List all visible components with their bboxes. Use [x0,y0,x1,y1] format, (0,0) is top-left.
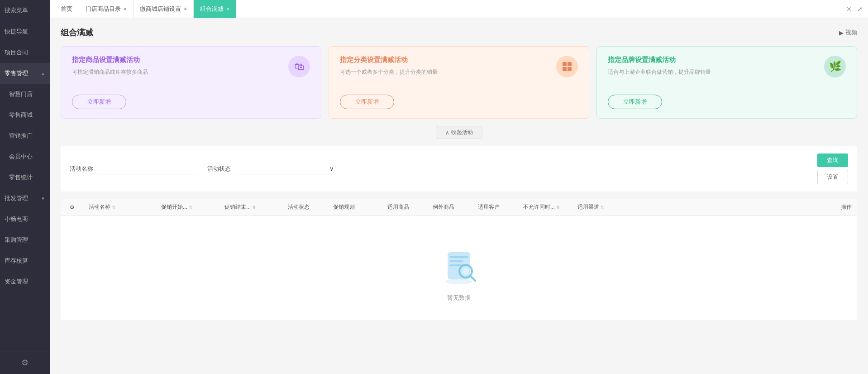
empty-state: 暂无数据 [61,216,857,320]
th-op: 操作 [626,203,857,211]
svg-point-4 [445,279,472,284]
chevron-down-icon: ▼ [41,196,45,201]
card-category-desc: 可选一个或者多个分类，提升分类的销量 [340,68,578,87]
activity-card-brand: 指定品牌设置满减活动 🌿 适合与上游企业联合做营销，提升品牌销量 立即新增 [596,46,857,119]
setting-button[interactable]: 设置 [817,170,848,184]
th-conflict[interactable]: 不允许同时... ⇅ [518,203,572,211]
sort-icon-conflict: ⇅ [556,205,560,210]
table-header: ⚙ 活动名称 ⇅ 促销开始... ⇅ 促销结束... ⇅ 活动状态 [61,199,857,216]
collapse-bar: ∧ 收起活动 [61,126,857,139]
card-brand-title: 指定品牌设置满减活动 [608,56,846,64]
svg-point-11 [462,268,469,275]
chevron-down-icon: ∨ [329,165,334,172]
svg-rect-3 [568,67,572,71]
sidebar-item-purchase-mgmt[interactable]: 采购管理 [0,230,50,250]
sort-icon-channel: ⇅ [601,205,604,210]
sidebar-item-wholesale-mgmt[interactable]: 批发管理 ▼ [0,188,50,209]
card-category-title: 指定分类设置满减活动 [340,56,578,64]
tab-store-catalog[interactable]: 门店商品目录 × [79,0,134,18]
activity-cards: 指定商品设置满减活动 🛍 可指定滞销商品或库存较多商品 立即新增 指定分类设置满… [61,46,857,119]
empty-text: 暂无数据 [447,294,471,302]
play-icon: ▶ [839,29,844,36]
sort-icon-end: ⇅ [252,205,256,210]
sidebar-bottom: ⚙ [0,351,50,374]
card-category-icon [556,56,578,77]
card-goods-icon: 🛍 [288,56,310,77]
tab-home[interactable]: 首页 [54,0,79,18]
activity-card-goods: 指定商品设置满减活动 🛍 可指定滞销商品或库存较多商品 立即新增 [61,46,321,119]
tab-wechat-store[interactable]: 微商城店铺设置 × [134,0,194,18]
svg-rect-2 [563,67,567,71]
sidebar: 搜索菜单 快捷导航 项目合同 零售管理 ▲ 智慧门店 零售商城 营销推广 会员中… [0,0,50,374]
tab-close-wechat-store[interactable]: × [184,6,187,12]
window-controls: ✕ ⤢ [845,5,863,13]
th-gear[interactable]: ⚙ [61,204,83,211]
filter-status-label: 活动状态 [207,165,231,173]
svg-rect-1 [568,62,572,66]
sidebar-item-xiaochang[interactable]: 小畅电商 [0,209,50,230]
th-status: 活动状态 [282,203,328,211]
filter-name-input[interactable] [97,163,196,174]
filter-actions: 查询 设置 [817,153,848,184]
maximize-button[interactable]: ⤢ [856,5,863,13]
settings-icon[interactable]: ⚙ [21,358,29,368]
th-goods: 适用商品 [382,203,427,211]
sidebar-item-inventory[interactable]: 库存核算 [0,250,50,271]
chevron-up-icon: ▲ [41,71,45,76]
card-brand-icon: 🌿 [824,56,846,77]
sidebar-item-member-center[interactable]: 会员中心 [0,146,50,167]
gear-icon: ⚙ [70,204,75,211]
th-start[interactable]: 促销开始... ⇅ [156,203,219,211]
th-end[interactable]: 促销结束... ⇅ [219,203,282,211]
sidebar-item-marketing[interactable]: 营销推广 [0,125,50,146]
card-brand-add-button[interactable]: 立即新增 [608,95,662,109]
filter-name-field: 活动名称 [70,163,196,174]
search-menu-label: 搜索菜单 [5,7,28,14]
activity-card-category: 指定分类设置满减活动 可选一个或者多个分类，提升分类的销量 立即新增 [329,46,589,119]
svg-rect-6 [450,256,468,258]
th-channel[interactable]: 适用渠道 ⇅ [572,203,626,211]
collapse-button[interactable]: ∧ 收起活动 [436,126,482,139]
th-except: 例外商品 [427,203,472,211]
close-button[interactable]: ✕ [845,5,853,13]
sort-icon-start: ⇅ [189,205,192,210]
card-category-add-button[interactable]: 立即新增 [340,95,394,109]
card-brand-desc: 适合与上游企业联合做营销，提升品牌销量 [608,68,846,87]
sort-icon-name: ⇅ [112,205,115,210]
tab-combo-discount[interactable]: 组合满减 × [194,0,236,18]
svg-line-10 [470,276,475,281]
svg-rect-7 [450,260,463,262]
page-content: 组合满减 ▶ 视频 指定商品设置满减活动 🛍 可指定滞销商品或库存较多商品 立即… [50,18,868,374]
tab-close-combo-discount[interactable]: × [226,6,229,12]
tab-bar: 首页 门店商品目录 × 微商城店铺设置 × 组合满减 × ✕ ⤢ [50,0,868,18]
table-area: ⚙ 活动名称 ⇅ 促销开始... ⇅ 促销结束... ⇅ 活动状态 [61,199,857,320]
th-rule: 促销规则 [328,203,382,211]
card-goods-add-button[interactable]: 立即新增 [72,95,126,109]
empty-illustration [436,243,482,288]
sidebar-item-retail-mall[interactable]: 零售商城 [0,105,50,125]
th-customer: 适用客户 [472,203,518,211]
filter-name-label: 活动名称 [70,165,93,173]
sidebar-item-retail-stats[interactable]: 零售统计 [0,167,50,188]
filter-status-select[interactable]: ∨ [234,163,334,174]
sidebar-item-finance[interactable]: 资金管理 [0,271,50,292]
filter-status-field: 活动状态 ∨ [207,163,334,174]
sidebar-item-retail-mgmt[interactable]: 零售管理 ▲ [0,63,50,84]
card-goods-title: 指定商品设置满减活动 [72,56,310,64]
page-title: 组合满减 [61,27,93,38]
chevron-up-icon: ∧ [445,129,449,136]
sidebar-search[interactable]: 搜索菜单 [0,0,50,21]
sidebar-item-smart-store[interactable]: 智慧门店 [0,84,50,105]
svg-rect-0 [563,62,567,66]
page-header: 组合满减 ▶ 视频 [61,27,857,38]
sidebar-item-quick-nav[interactable]: 快捷导航 [0,21,50,42]
th-name[interactable]: 活动名称 ⇅ [83,203,156,211]
main-area: 首页 门店商品目录 × 微商城店铺设置 × 组合满减 × ✕ ⤢ 组合满减 ▶ … [50,0,868,374]
query-button[interactable]: 查询 [817,153,848,167]
card-goods-desc: 可指定滞销商品或库存较多商品 [72,68,310,87]
sidebar-item-project-contract[interactable]: 项目合同 [0,42,50,63]
filter-area: 活动名称 活动状态 ∨ 查询 设置 [61,146,857,192]
video-button[interactable]: ▶ 视频 [839,29,857,37]
tab-close-store-catalog[interactable]: × [124,6,127,12]
